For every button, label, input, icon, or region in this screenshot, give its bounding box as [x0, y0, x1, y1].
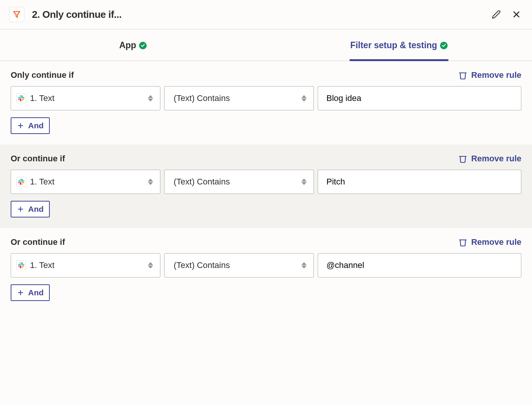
svg-marker-6	[301, 99, 307, 102]
rule-header: Or continue if Remove rule	[11, 154, 521, 164]
slack-icon	[18, 262, 24, 268]
check-badge	[139, 42, 147, 49]
value-input[interactable]	[318, 86, 521, 110]
field-chip: 1. Text	[16, 177, 54, 187]
svg-marker-0	[14, 12, 20, 17]
header-actions	[490, 8, 523, 21]
svg-marker-17	[301, 262, 307, 265]
svg-marker-11	[301, 179, 307, 182]
rule-block: Or continue if Remove rule 1. Text (Text…	[0, 228, 532, 312]
sort-arrows-icon	[148, 262, 153, 269]
operator-select[interactable]: (Text) Contains	[164, 253, 314, 277]
sort-arrows-icon	[301, 95, 307, 102]
svg-marker-18	[301, 266, 307, 269]
filter-icon	[13, 11, 21, 18]
slack-icon-box	[16, 93, 26, 103]
tab-app-label: App	[119, 40, 136, 50]
value-input[interactable]	[318, 170, 521, 194]
setup-tabs: App Filter setup & testing	[0, 30, 532, 61]
field-label: 1. Text	[30, 177, 54, 187]
rule-block: Only continue if Remove rule 1. Text (Te…	[0, 61, 532, 145]
tab-filter-setup[interactable]: Filter setup & testing	[266, 30, 532, 60]
sort-arrows-icon	[301, 262, 307, 269]
svg-marker-10	[148, 182, 153, 185]
operator-select[interactable]: (Text) Contains	[164, 86, 314, 110]
field-chip: 1. Text	[16, 260, 54, 270]
slack-icon	[18, 95, 24, 101]
plus-icon	[17, 289, 24, 296]
rule-block: Or continue if Remove rule 1. Text (Text…	[0, 145, 532, 228]
field-label: 1. Text	[30, 93, 54, 103]
remove-rule-label: Remove rule	[471, 70, 521, 80]
svg-marker-4	[148, 99, 153, 102]
rule-header: Only continue if Remove rule	[11, 70, 521, 80]
step-header: 2. Only continue if...	[0, 0, 532, 30]
check-icon	[442, 43, 446, 48]
filter-step-icon-box	[9, 7, 24, 22]
slack-icon-box	[16, 177, 26, 187]
plus-icon	[17, 205, 24, 213]
trash-icon	[458, 71, 467, 80]
condition-row: 1. Text (Text) Contains	[11, 170, 521, 194]
svg-marker-9	[148, 179, 153, 182]
field-label: 1. Text	[30, 260, 54, 270]
rule-title: Or continue if	[11, 237, 65, 247]
field-select[interactable]: 1. Text	[11, 253, 160, 277]
tab-app[interactable]: App	[0, 30, 266, 60]
remove-rule-button[interactable]: Remove rule	[458, 237, 521, 247]
condition-row: 1. Text (Text) Contains	[11, 86, 521, 110]
add-and-button[interactable]: And	[11, 284, 50, 301]
check-icon	[141, 43, 145, 48]
slack-icon	[18, 179, 24, 185]
and-label: And	[28, 288, 44, 297]
sort-arrows-icon	[301, 179, 307, 185]
sort-arrows-icon	[148, 179, 153, 185]
sort-arrows-icon	[148, 95, 153, 102]
remove-rule-button[interactable]: Remove rule	[458, 154, 521, 164]
rule-title: Or continue if	[11, 154, 65, 164]
value-input[interactable]	[318, 253, 521, 277]
field-select[interactable]: 1. Text	[11, 86, 160, 110]
rule-title: Only continue if	[11, 70, 74, 80]
svg-marker-16	[148, 266, 153, 269]
and-label: And	[28, 121, 44, 130]
svg-marker-12	[301, 182, 307, 185]
tab-filter-setup-label: Filter setup & testing	[350, 40, 437, 50]
close-button[interactable]	[510, 8, 523, 21]
rename-button[interactable]	[490, 8, 502, 21]
operator-select[interactable]: (Text) Contains	[164, 170, 314, 194]
and-label: And	[28, 205, 44, 214]
operator-label: (Text) Contains	[174, 177, 230, 187]
svg-marker-3	[148, 95, 153, 98]
condition-row: 1. Text (Text) Contains	[11, 253, 521, 277]
svg-marker-5	[301, 95, 307, 98]
remove-rule-button[interactable]: Remove rule	[458, 70, 521, 80]
operator-label: (Text) Contains	[174, 93, 230, 103]
add-and-button[interactable]: And	[11, 117, 50, 134]
trash-icon	[458, 154, 467, 163]
trash-icon	[458, 238, 467, 247]
plus-icon	[17, 122, 24, 129]
rule-header: Or continue if Remove rule	[11, 237, 521, 247]
remove-rule-label: Remove rule	[471, 237, 521, 247]
pencil-icon	[492, 10, 501, 19]
svg-marker-15	[148, 262, 153, 265]
operator-label: (Text) Contains	[174, 260, 230, 270]
remove-rule-label: Remove rule	[471, 154, 521, 164]
field-select[interactable]: 1. Text	[11, 170, 160, 194]
check-badge	[440, 42, 448, 49]
close-icon	[511, 9, 521, 19]
slack-icon-box	[16, 260, 26, 270]
field-chip: 1. Text	[16, 93, 54, 103]
add-and-button[interactable]: And	[11, 201, 50, 217]
step-title: 2. Only continue if...	[32, 9, 490, 20]
